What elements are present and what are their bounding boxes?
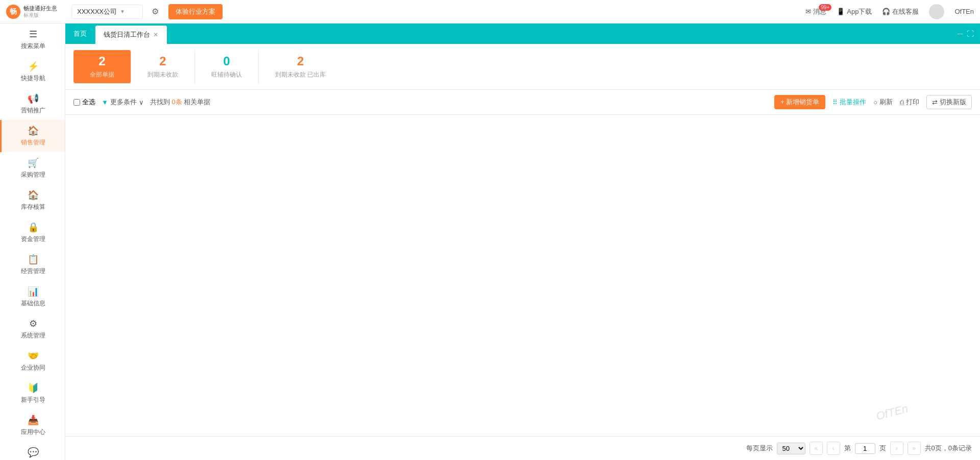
app-download-button[interactable]: 📱 App下载 xyxy=(837,7,872,16)
next-page-button[interactable]: › xyxy=(890,442,903,455)
messages-button[interactable]: ✉ 消息 99+ xyxy=(805,7,826,16)
app-icon: 📱 xyxy=(837,8,845,15)
sidebar-item-finance[interactable]: 🔒 资金管理 xyxy=(0,216,65,249)
batch-operation-button[interactable]: ⠿ 批量操作 xyxy=(832,98,866,107)
page-suffix: 页 xyxy=(879,444,886,453)
company-selector[interactable]: XXXXXX公司 ▼ xyxy=(71,5,143,19)
found-text: 共找到 0条 相关单据 xyxy=(150,98,210,107)
batch-icon: ⠿ xyxy=(832,99,838,106)
sidebar-item-app-center[interactable]: 📥 应用中心 xyxy=(0,409,65,442)
stat-pending-label: 旺辅待确认 xyxy=(211,70,242,79)
stats-row: 2 全部单据 2 到期未收款 0 旺辅待确认 2 到期未收款 已出库 xyxy=(65,44,980,90)
prev-page-button[interactable]: ‹ xyxy=(827,442,840,455)
add-sales-button[interactable]: + 新增销货单 xyxy=(774,95,825,109)
house-icon: 🏠 xyxy=(28,125,39,136)
megaphone-icon: 📢 xyxy=(28,93,39,104)
avatar[interactable] xyxy=(929,4,944,19)
main-content: 首页 钱货日清工作台 ✕ ─ ⛶ 2 全部单据 2 到期未收款 xyxy=(65,23,980,460)
logo-text: 畅捷通好生意 标准版 xyxy=(23,5,57,18)
sidebar-item-inventory[interactable]: 🏠 库存核算 xyxy=(0,184,65,216)
sidebar-item-wechat[interactable]: 💬 企业微信 xyxy=(0,442,65,460)
tab-close-icon[interactable]: ✕ xyxy=(153,31,158,38)
sidebar-item-cooperation[interactable]: 🤝 企业协同 xyxy=(0,345,65,377)
download-icon: 📥 xyxy=(28,415,39,426)
wechat-icon: 💬 xyxy=(28,447,39,458)
stat-overdue-label: 到期未收款 xyxy=(148,70,178,79)
sidebar-item-guide[interactable]: 🔰 新手引导 xyxy=(0,377,65,409)
refresh-button[interactable]: ○ 刷新 xyxy=(873,98,893,107)
sidebar-item-purchase[interactable]: 🛒 采购管理 xyxy=(0,152,65,184)
switch-version-button[interactable]: ⇄ 切换新版 xyxy=(926,95,972,109)
sidebar-item-system[interactable]: ⚙ 系统管理 xyxy=(0,313,65,345)
company-name: XXXXXX公司 xyxy=(77,7,117,16)
first-page-button[interactable]: « xyxy=(810,442,823,455)
settings-button[interactable]: ⚙ xyxy=(147,4,163,20)
gear-icon: ⚙ xyxy=(29,318,37,329)
guide-icon: 🔰 xyxy=(28,382,39,394)
user-name: OfTEn xyxy=(954,8,974,15)
tab-bar-actions: ─ ⛶ xyxy=(958,30,980,38)
select-all-area[interactable]: 全选 xyxy=(74,98,95,107)
chevron-down-icon: ▼ xyxy=(120,9,125,14)
main-layout: ☰ 搜索菜单 ⚡ 快捷导航 📢 营销推广 🏠 销售管理 🛒 采购管理 🏠 库存核… xyxy=(0,23,980,460)
found-count: 0条 xyxy=(172,98,182,106)
stat-overdue-out-number: 2 xyxy=(297,54,304,68)
sidebar-item-marketing[interactable]: 📢 营销推广 xyxy=(0,88,65,120)
filter-icon: ▼ xyxy=(102,99,108,106)
logo-icon: 畅 xyxy=(6,5,20,19)
stat-overdue-out-label: 到期未收款 已出库 xyxy=(275,70,326,79)
lock-icon: 🔒 xyxy=(28,222,39,233)
minimize-icon[interactable]: ─ xyxy=(958,30,963,38)
total-records: 共0页，0条记录 xyxy=(925,444,972,453)
stat-overdue-out[interactable]: 2 到期未收款 已出库 xyxy=(259,50,342,83)
page-label: 第 xyxy=(844,444,851,453)
message-icon: ✉ xyxy=(805,8,811,15)
sidebar: ☰ 搜索菜单 ⚡ 快捷导航 📢 营销推广 🏠 销售管理 🛒 采购管理 🏠 库存核… xyxy=(0,23,65,460)
stat-all-number: 2 xyxy=(99,54,105,68)
top-header: 畅 畅捷通好生意 标准版 XXXXXX公司 ▼ ⚙ 体验行业方案 ✉ 消息 99… xyxy=(0,0,980,23)
stat-all-label: 全部单据 xyxy=(90,70,114,79)
print-icon: ⎙ xyxy=(900,99,904,106)
content-area: 2 全部单据 2 到期未收款 0 旺辅待确认 2 到期未收款 已出库 xyxy=(65,44,980,460)
pagination-bar: 每页显示 50 20 100 « ‹ 第 页 › » 共0页，0条记录 xyxy=(65,436,980,460)
tab-home[interactable]: 首页 xyxy=(65,23,95,44)
per-page-label: 每页显示 xyxy=(746,444,773,453)
toolbar-right: + 新增销货单 ⠿ 批量操作 ○ 刷新 ⎙ 打印 ⇄ xyxy=(774,95,972,109)
inventory-icon: 🏠 xyxy=(28,189,39,201)
toolbar: 全选 ▼ 更多条件 ∨ 共找到 0条 相关单据 + 新增销货单 ⠿ 批量操作 xyxy=(65,90,980,115)
sidebar-item-search-menu[interactable]: ☰ 搜索菜单 xyxy=(0,23,65,56)
clipboard-icon: 📋 xyxy=(28,254,39,265)
stat-pending[interactable]: 0 旺辅待确认 xyxy=(195,50,259,83)
select-all-checkbox[interactable] xyxy=(74,99,80,106)
refresh-icon: ○ xyxy=(873,99,877,106)
sidebar-item-operations[interactable]: 📋 经营管理 xyxy=(0,249,65,281)
cart-icon: 🛒 xyxy=(28,157,39,168)
logo-area: 畅 畅捷通好生意 标准版 xyxy=(6,5,71,19)
handshake-icon: 🤝 xyxy=(28,350,39,361)
switch-icon: ⇄ xyxy=(932,99,938,106)
tab-cash-flow[interactable]: 钱货日清工作台 ✕ xyxy=(95,26,167,44)
database-icon: 📊 xyxy=(28,286,39,297)
filter-button[interactable]: ▼ 更多条件 ∨ xyxy=(102,98,144,107)
per-page-select[interactable]: 50 20 100 xyxy=(777,443,805,454)
maximize-icon[interactable]: ⛶ xyxy=(967,30,974,38)
table-area xyxy=(65,115,980,436)
last-page-button[interactable]: » xyxy=(908,442,921,455)
print-button[interactable]: ⎙ 打印 xyxy=(900,98,919,107)
stat-overdue[interactable]: 2 到期未收款 xyxy=(131,50,195,83)
tab-bar: 首页 钱货日清工作台 ✕ ─ ⛶ xyxy=(65,23,980,44)
sidebar-item-base-info[interactable]: 📊 基础信息 xyxy=(0,281,65,313)
stat-pending-number: 0 xyxy=(223,54,230,68)
sidebar-item-sales[interactable]: 🏠 销售管理 xyxy=(0,120,65,152)
trial-button[interactable]: 体验行业方案 xyxy=(168,4,223,19)
online-service-button[interactable]: 🎧 在线客服 xyxy=(882,7,919,16)
lightning-icon: ⚡ xyxy=(28,61,39,72)
sidebar-item-quick-nav[interactable]: ⚡ 快捷导航 xyxy=(0,56,65,88)
chevron-icon: ∨ xyxy=(139,99,144,106)
stat-all[interactable]: 2 全部单据 xyxy=(74,50,131,83)
menu-icon: ☰ xyxy=(29,29,37,40)
header-right: ✉ 消息 99+ 📱 App下载 🎧 在线客服 OfTEn xyxy=(805,4,974,19)
page-input[interactable] xyxy=(855,443,875,454)
headset-icon: 🎧 xyxy=(882,8,890,15)
stat-overdue-number: 2 xyxy=(159,54,166,68)
